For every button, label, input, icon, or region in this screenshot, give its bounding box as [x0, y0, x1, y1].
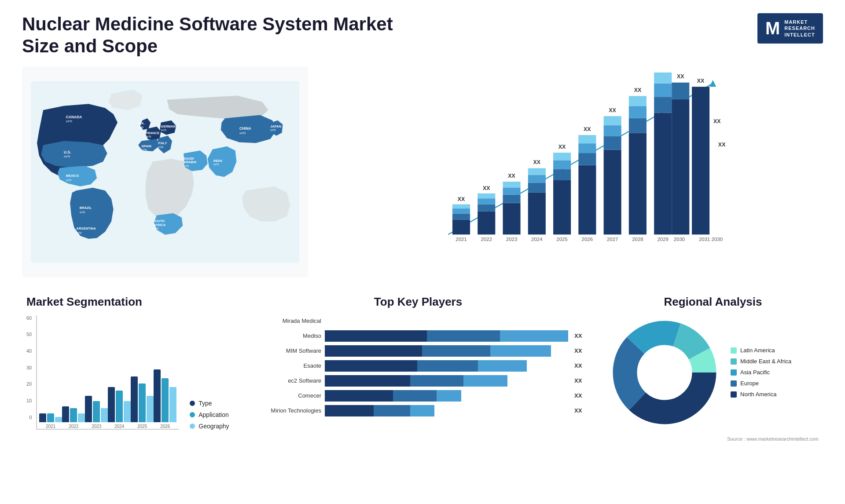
svg-text:MEXICO: MEXICO: [66, 174, 79, 178]
bar-group-2026: 2026: [154, 369, 176, 429]
bar-group-2023: 2023: [85, 396, 108, 429]
svg-text:FRANCE: FRANCE: [146, 131, 159, 135]
na-label: North America: [740, 391, 776, 398]
svg-point-103: [637, 345, 692, 400]
players-section: Top Key Players Mirada Medical Mediso XX: [246, 291, 590, 446]
latin-color: [731, 347, 737, 354]
svg-rect-43: [478, 198, 495, 204]
geo-dot: [190, 424, 195, 429]
player-bar-mediso: [325, 330, 568, 342]
svg-text:XX: XX: [677, 73, 684, 80]
player-bar-mirion: [325, 405, 568, 416]
svg-text:xx%: xx%: [213, 163, 219, 166]
svg-text:2028: 2028: [632, 236, 643, 241]
svg-text:U.S.: U.S.: [64, 150, 71, 154]
donut-svg: [607, 315, 722, 430]
svg-text:xx%: xx%: [153, 227, 159, 230]
svg-text:ARABIA: ARABIA: [184, 160, 197, 164]
svg-rect-53: [528, 193, 546, 234]
svg-rect-44: [478, 194, 495, 198]
svg-rect-71: [604, 150, 621, 234]
player-bar-mim: [325, 345, 568, 357]
svg-text:CHINA: CHINA: [239, 126, 251, 131]
svg-rect-47: [503, 203, 521, 234]
svg-rect-84: [654, 97, 672, 113]
svg-text:XX: XX: [584, 126, 591, 132]
svg-rect-66: [578, 153, 596, 165]
svg-rect-65: [578, 165, 596, 235]
svg-rect-36: [452, 213, 470, 219]
reg-legend-apac: Asia Pacific: [731, 369, 791, 376]
svg-rect-35: [452, 220, 470, 234]
svg-text:2022: 2022: [481, 236, 492, 241]
svg-text:ITALY: ITALY: [158, 141, 167, 145]
svg-text:xx%: xx%: [142, 148, 147, 151]
svg-text:XX: XX: [508, 173, 515, 179]
svg-text:XX: XX: [458, 196, 465, 202]
svg-rect-62: [553, 153, 571, 160]
page-title: Nuclear Medicine Software System Market …: [22, 13, 418, 58]
svg-text:XX: XX: [713, 118, 721, 124]
bar-group-2021: 2021: [39, 413, 62, 429]
svg-text:AFRICA: AFRICA: [153, 223, 166, 227]
map-section: CANADA xx% U.S. xx% MEXICO xx% BRAZIL xx…: [22, 66, 308, 278]
svg-text:BRAZIL: BRAZIL: [80, 206, 92, 210]
svg-text:U.K.: U.K.: [138, 121, 145, 125]
legend-application-label: Application: [198, 411, 229, 418]
svg-text:XX: XX: [634, 87, 642, 93]
bar-group-2022: 2022: [62, 406, 85, 429]
reg-legend-mea: Middle East & Africa: [731, 358, 791, 365]
player-row-comecer: Comecer XX: [251, 390, 585, 402]
svg-rect-79: [629, 106, 647, 118]
svg-text:2030: 2030: [674, 236, 685, 241]
svg-text:2021: 2021: [456, 236, 467, 241]
svg-text:XX: XX: [483, 185, 490, 191]
apac-color: [731, 369, 737, 376]
player-bar-ec2: [325, 375, 568, 387]
svg-text:XX: XX: [697, 78, 705, 84]
svg-text:xx%: xx%: [158, 145, 164, 148]
segmentation-section: Market Segmentation 60 50 40 30 20 10 0: [22, 291, 233, 446]
player-bar-comecer: [325, 390, 568, 402]
svg-rect-80: [629, 96, 647, 106]
svg-marker-34: [709, 80, 716, 87]
svg-text:xx%: xx%: [64, 154, 70, 158]
reg-legend-latin: Latin America: [731, 347, 791, 354]
svg-text:2026: 2026: [582, 236, 593, 241]
type-dot: [190, 401, 195, 406]
svg-text:2025: 2025: [556, 236, 567, 241]
segmentation-title: Market Segmentation: [26, 295, 229, 309]
player-name-mim: MIM Software: [251, 347, 321, 354]
trend-bar-chart: XX 2021 XX 2022 XX 2023: [330, 71, 814, 256]
svg-text:2024: 2024: [531, 236, 543, 241]
bar-group-2024: 2024: [108, 387, 131, 429]
regional-legend: Latin America Middle East & Africa Asia …: [731, 347, 791, 398]
svg-text:XX: XX: [558, 143, 566, 150]
svg-text:xx%: xx%: [161, 128, 167, 131]
players-title: Top Key Players: [251, 295, 585, 309]
player-row-mediso: Mediso XX: [251, 330, 585, 342]
chart-section: XX 2021 XX 2022 XX 2023: [321, 66, 823, 278]
player-row-esaote: Esaote XX: [251, 360, 585, 372]
svg-rect-73: [604, 125, 621, 136]
player-row-ec2: ec2 Software XX: [251, 375, 585, 387]
player-name-mediso: Mediso: [251, 332, 321, 339]
player-bar-mirada: [325, 315, 568, 327]
svg-text:INDIA: INDIA: [213, 158, 223, 162]
svg-rect-50: [503, 182, 521, 187]
logo-box: M MARKET RESEARCH INTELLECT: [757, 13, 823, 44]
svg-rect-93: [672, 99, 689, 234]
svg-rect-60: [553, 169, 571, 180]
legend-type: Type: [190, 400, 229, 407]
svg-rect-56: [528, 168, 546, 175]
svg-rect-61: [553, 160, 571, 169]
svg-rect-77: [629, 133, 647, 234]
svg-text:2027: 2027: [607, 236, 618, 241]
svg-text:2023: 2023: [506, 236, 517, 241]
mea-color: [731, 358, 737, 365]
svg-rect-68: [578, 135, 596, 143]
svg-text:xx%: xx%: [80, 211, 85, 214]
player-row-mirion: Mirion Technologies XX: [251, 405, 585, 416]
svg-rect-86: [654, 73, 672, 84]
bar-group-2025: 2025: [131, 376, 154, 429]
